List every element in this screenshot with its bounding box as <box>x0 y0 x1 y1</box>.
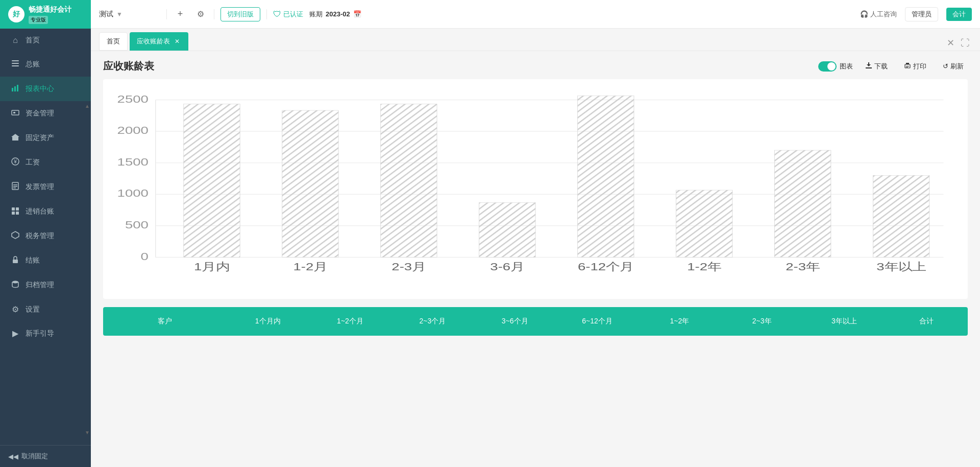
sidebar-item-purchase-sales[interactable]: 进销台账 <box>0 199 91 224</box>
table-header-customer: 客户 <box>103 307 227 336</box>
svg-text:2-3月: 2-3月 <box>391 261 426 272</box>
refresh-btn[interactable]: ↺ 刷新 <box>939 60 968 73</box>
workspace-selector[interactable]: 测试 ▼ <box>99 10 160 19</box>
svg-rect-54 <box>873 175 929 257</box>
svg-text:2-3年: 2-3年 <box>786 261 820 272</box>
table-header-1-2years: 1~2年 <box>639 307 721 336</box>
svg-text:1-2年: 1-2年 <box>687 261 721 272</box>
svg-rect-19 <box>16 212 19 215</box>
svg-rect-7 <box>13 112 15 113</box>
svg-rect-25 <box>906 66 909 66</box>
salary-icon: ¥ <box>10 157 20 168</box>
table-header-2-3months: 2~3个月 <box>391 307 474 336</box>
page-area: 应收账龄表 图表 下载 打印 <box>91 51 980 467</box>
sidebar-item-salary[interactable]: ¥ 工资 <box>0 150 91 175</box>
logo-text: 畅捷通好会计 专业版 <box>29 5 71 24</box>
home-icon: ⌂ <box>10 36 20 45</box>
svg-rect-23 <box>866 67 872 68</box>
table-header-2-3years: 2~3年 <box>721 307 803 336</box>
tab-ar-aging[interactable]: 应收账龄表 ✕ <box>130 32 188 51</box>
svg-rect-52 <box>775 150 831 257</box>
scroll-down-arrow[interactable]: ▼ <box>84 429 91 436</box>
sidebar-item-archive[interactable]: 归档管理 <box>0 273 91 297</box>
certified-icon: 🛡 <box>273 10 281 19</box>
svg-rect-44 <box>381 104 437 258</box>
sidebar-item-closing[interactable]: 结账 <box>0 248 91 273</box>
svg-text:2500: 2500 <box>117 93 149 105</box>
add-workspace-btn[interactable]: + <box>173 7 187 21</box>
bottom-padding <box>91 336 980 356</box>
content-scroll[interactable]: 0 500 1000 1500 2000 2500 1月内 1-2月 2-3月 <box>91 79 980 467</box>
svg-rect-2 <box>12 65 19 66</box>
role-btn[interactable]: 会计 <box>946 8 972 21</box>
sidebar-item-invoice[interactable]: 发票管理 <box>0 175 91 199</box>
topbar-divider-3 <box>266 9 267 19</box>
chart-toggle[interactable] <box>818 61 837 72</box>
sidebar-item-tax[interactable]: 税务管理 <box>0 224 91 248</box>
sidebar-item-ledger[interactable]: 总账 <box>0 52 91 77</box>
page-actions: 图表 下载 打印 ↺ 刷新 <box>818 60 968 73</box>
svg-text:3年以上: 3年以上 <box>876 261 926 272</box>
svg-rect-21 <box>13 260 18 263</box>
table-header-3-6months: 3~6个月 <box>474 307 556 336</box>
user-btn[interactable]: 管理员 <box>905 7 938 21</box>
settings-btn[interactable]: ⚙ <box>193 7 208 21</box>
sidebar-item-guide[interactable]: ▶ 新手引导 <box>0 321 91 345</box>
topbar-divider-1 <box>166 9 167 19</box>
topbar-divider-2 <box>214 9 214 19</box>
assets-icon <box>10 133 20 143</box>
download-icon <box>865 62 872 71</box>
period-info: 账期 2023-02 📅 <box>309 10 361 19</box>
svg-rect-1 <box>12 63 19 64</box>
sidebar-nav: ⌂ 首页 总账 报表中心 资金管理 固定资产 <box>0 29 91 445</box>
calendar-icon[interactable]: 📅 <box>353 10 361 18</box>
expand-panel-btn[interactable]: ⛶ <box>959 36 972 51</box>
consult-btn[interactable]: 🎧 人工咨询 <box>860 10 897 19</box>
table-header-6-12months: 6~12个月 <box>556 307 638 336</box>
ledger-icon <box>10 59 20 69</box>
switch-version-btn[interactable]: 切到旧版 <box>220 7 260 21</box>
certified-badge: 🛡 已认证 <box>273 10 303 19</box>
close-panel-btn[interactable]: ✕ <box>945 35 957 51</box>
bar-chart: 0 500 1000 1500 2000 2500 1月内 1-2月 2-3月 <box>113 89 958 289</box>
table-header: 客户 1个月内 1~2个月 2~3个月 3~6个月 6~12 <box>103 307 968 336</box>
sidebar-item-reports[interactable]: 报表中心 <box>0 77 91 101</box>
topbar-right: 🎧 人工咨询 管理员 会计 <box>860 7 972 21</box>
svg-text:6-12个月: 6-12个月 <box>578 261 634 272</box>
chart-toggle-label: 图表 <box>840 62 853 71</box>
sidebar-item-funds[interactable]: 资金管理 <box>0 101 91 126</box>
table-header-1month: 1个月内 <box>227 307 309 336</box>
window-controls: ✕ ⛶ <box>945 35 972 51</box>
svg-text:3-6月: 3-6月 <box>490 261 524 272</box>
svg-rect-15 <box>13 188 16 189</box>
svg-rect-42 <box>282 110 338 257</box>
table-header-1-2months: 1~2个月 <box>309 307 391 336</box>
pin-icon: ◀◀ <box>8 453 18 460</box>
tax-icon <box>10 231 20 241</box>
cancel-fixed-btn[interactable]: ◀◀ 取消固定 <box>8 452 83 461</box>
tab-close-ar-aging[interactable]: ✕ <box>173 37 181 45</box>
svg-text:0: 0 <box>141 250 149 262</box>
table-container: 客户 1个月内 1~2个月 2~3个月 3~6个月 6~12 <box>103 307 968 336</box>
sidebar-item-settings[interactable]: ⚙ 设置 <box>0 297 91 321</box>
headset-icon: 🎧 <box>860 10 868 18</box>
print-btn[interactable]: 打印 <box>900 60 930 73</box>
sidebar-item-home[interactable]: ⌂ 首页 <box>0 29 91 52</box>
scroll-up-arrow[interactable]: ▲ <box>84 102 91 110</box>
archive-icon <box>10 280 20 290</box>
sidebar: 好 畅捷通好会计 专业版 ⌂ 首页 总账 报表中心 资金管理 <box>0 0 91 467</box>
chart-toggle-group: 图表 <box>818 61 853 72</box>
refresh-icon: ↺ <box>943 62 948 70</box>
svg-rect-5 <box>17 85 18 91</box>
svg-rect-50 <box>676 190 732 257</box>
svg-rect-17 <box>16 207 19 211</box>
download-btn[interactable]: 下载 <box>861 60 892 73</box>
tab-home[interactable]: 首页 <box>99 32 128 51</box>
svg-point-22 <box>12 281 18 284</box>
svg-rect-46 <box>479 203 535 258</box>
invoice-icon <box>10 182 20 192</box>
workspace-name: 测试 <box>99 10 113 19</box>
main-content: 测试 ▼ + ⚙ 切到旧版 🛡 已认证 账期 2023-02 📅 🎧 人工咨询 … <box>91 0 980 467</box>
svg-marker-9 <box>11 134 19 137</box>
sidebar-item-assets[interactable]: 固定资产 <box>0 126 91 150</box>
